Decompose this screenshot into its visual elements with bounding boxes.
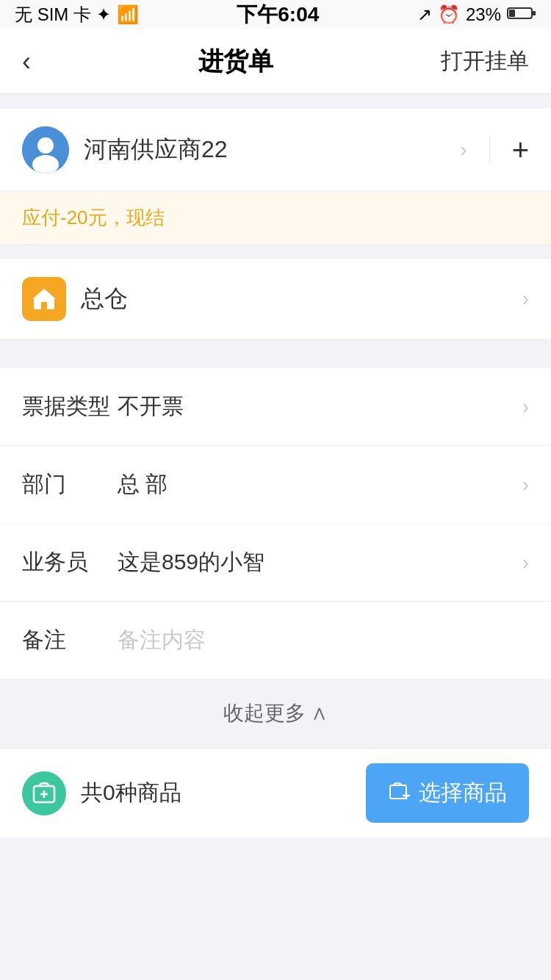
invoice-value: 不开票 xyxy=(118,392,515,422)
invoice-label: 票据类型 xyxy=(22,392,118,422)
battery-icon xyxy=(507,4,536,25)
supplier-right-actions: › + xyxy=(460,134,529,167)
notice-bar: 应付-20元，现结 xyxy=(0,192,551,245)
svg-point-5 xyxy=(32,155,59,173)
back-button[interactable]: ‹ xyxy=(22,46,31,77)
svg-marker-7 xyxy=(32,289,56,299)
warehouse-icon xyxy=(22,277,66,321)
supplier-section: 河南供应商22 › + 应付-20元，现结 xyxy=(0,109,551,245)
add-supplier-button[interactable]: + xyxy=(512,134,529,167)
svg-rect-12 xyxy=(390,785,406,799)
bottom-bar: 共0种商品 选择商品 xyxy=(0,748,551,837)
dept-row[interactable]: 部门 总 部 › xyxy=(0,446,551,524)
status-time: 下午6:04 xyxy=(237,1,319,29)
dept-label: 部门 xyxy=(22,469,118,500)
collapse-row[interactable]: 收起更多 ∧ xyxy=(0,679,551,748)
dept-value: 总 部 xyxy=(118,469,515,500)
location-icon: ↗ xyxy=(417,4,432,25)
product-icon xyxy=(22,771,66,815)
remark-row[interactable]: 备注 备注内容 xyxy=(0,602,551,679)
svg-point-4 xyxy=(37,137,54,154)
status-right: ↗ ⏰ 23% xyxy=(417,4,536,25)
remark-label: 备注 xyxy=(22,625,118,655)
battery-label: 23% xyxy=(466,4,501,25)
top-divider xyxy=(0,94,551,109)
sim-label: 无 SIM 卡 ✦ xyxy=(15,3,111,26)
warehouse-label: 总仓 xyxy=(81,283,522,315)
staff-label: 业务员 xyxy=(22,547,118,577)
svg-rect-8 xyxy=(41,302,47,309)
status-left: 无 SIM 卡 ✦ 📶 xyxy=(15,3,139,26)
supplier-chevron-icon: › xyxy=(460,138,467,162)
form-divider xyxy=(0,339,551,353)
invoice-chevron-icon: › xyxy=(522,395,529,419)
supplier-divider xyxy=(489,135,490,165)
product-count: 共0种商品 xyxy=(81,778,366,808)
warehouse-section: 总仓 › xyxy=(0,259,551,339)
invoice-row[interactable]: 票据类型 不开票 › xyxy=(0,368,551,446)
svg-rect-1 xyxy=(509,10,515,17)
select-product-label: 选择商品 xyxy=(419,778,507,808)
supplier-row[interactable]: 河南供应商22 › + xyxy=(0,109,551,192)
staff-chevron-icon: › xyxy=(522,551,529,574)
mid-divider xyxy=(0,245,551,259)
status-bar: 无 SIM 卡 ✦ 📶 下午6:04 ↗ ⏰ 23% xyxy=(0,0,551,29)
form-section: 票据类型 不开票 › 部门 总 部 › 业务员 这是859的小智 › 备注 备注… xyxy=(0,368,551,679)
select-product-button[interactable]: 选择商品 xyxy=(366,763,529,823)
alarm-icon: ⏰ xyxy=(438,4,460,25)
staff-row[interactable]: 业务员 这是859的小智 › xyxy=(0,524,551,602)
page-title: 进货单 xyxy=(198,45,273,79)
staff-value: 这是859的小智 xyxy=(118,547,515,577)
warehouse-row[interactable]: 总仓 › xyxy=(0,259,551,339)
nav-bar: ‹ 进货单 打开挂单 xyxy=(0,29,551,94)
svg-rect-2 xyxy=(533,11,536,15)
avatar xyxy=(22,126,69,173)
dept-chevron-icon: › xyxy=(522,473,529,497)
remark-input[interactable]: 备注内容 xyxy=(118,625,529,655)
open-pending-button[interactable]: 打开挂单 xyxy=(441,46,529,76)
notice-text: 应付-20元，现结 xyxy=(22,206,165,228)
gray-fill-area xyxy=(0,837,551,980)
supplier-name: 河南供应商22 xyxy=(84,134,460,166)
collapse-text: 收起更多 ∧ xyxy=(223,699,328,727)
wifi-icon: 📶 xyxy=(117,4,139,25)
warehouse-chevron-icon: › xyxy=(522,287,529,311)
